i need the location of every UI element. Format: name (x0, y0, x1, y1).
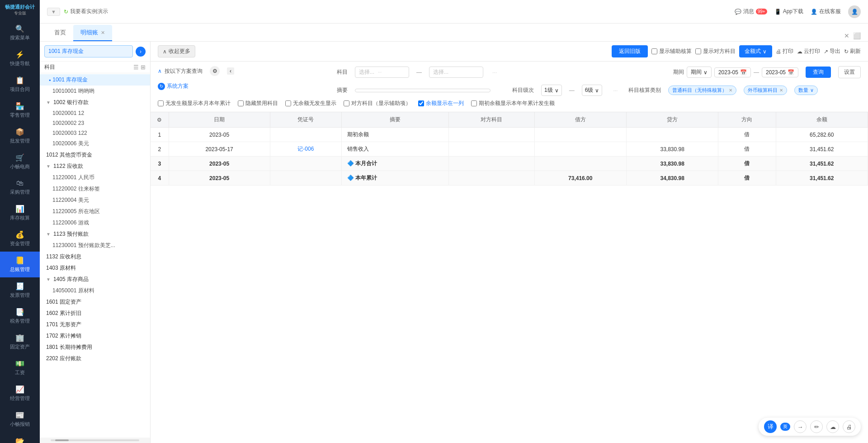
tree-node-11220002[interactable]: 11220002 往来标签 (40, 183, 150, 195)
tree-expand-btn[interactable]: ⊞ (141, 64, 146, 71)
subject-from-input[interactable]: 选择... ··· (355, 67, 409, 78)
table-row[interactable]: 42023-05🔷 本年累计73,416.0034,830.98借31,451.… (151, 171, 868, 186)
tree-node-1701[interactable]: 1701 无形资产 (40, 319, 150, 330)
tree-node-11220001[interactable]: 11220001 人民币 (40, 172, 150, 183)
bottom-icon-3[interactable]: ☁ (826, 420, 839, 433)
system-scheme-btn[interactable]: ↻ 系统方案 (158, 82, 189, 90)
account-selector[interactable]: 1001 库存现金 (44, 45, 133, 57)
filter-settings-icon[interactable]: ⚙ (210, 66, 220, 76)
sidebar-item-search[interactable]: 🔍 搜索菜单 (0, 20, 40, 46)
tab-close-btn[interactable]: ✕ (101, 30, 105, 36)
tree-node-1132[interactable]: 1132 应收利息 (40, 251, 150, 262)
checkbox-hide-disabled[interactable]: 隐藏禁用科目 (238, 100, 278, 107)
tree-node-11220005[interactable]: 11220005 所在地区 (40, 206, 150, 217)
tab-home[interactable]: 首页 (47, 25, 73, 41)
tab-ledger-detail[interactable]: 明细账 ✕ (73, 25, 112, 41)
tree-node-1012[interactable]: 1012 其他货币资金 (40, 149, 150, 161)
tree-node-1001[interactable]: ▪ 1001 库存现金 (40, 74, 150, 86)
sidebar-item-salary[interactable]: 💵 工资 (0, 355, 40, 381)
export-btn[interactable]: ↗ 导出 (824, 48, 840, 55)
avatar[interactable]: 👤 (848, 5, 861, 18)
sidebar-item-basic[interactable]: 📂 基础信息 (0, 432, 40, 443)
sidebar-item-ecommerce[interactable]: 🛒 小畅电商 (0, 149, 40, 175)
period-from-date[interactable]: 2023-05 📅 (714, 67, 751, 77)
no-balance-checkbox[interactable] (285, 100, 291, 106)
online-service-btn[interactable]: 👤 在线客服 (811, 8, 841, 15)
opposite-checkbox[interactable] (695, 48, 701, 54)
sidebar-item-report[interactable]: 📰 小畅报销 (0, 406, 40, 432)
sidebar-item-quick-nav[interactable]: ⚡ 快捷导航 (0, 46, 40, 71)
window-maximize-btn[interactable]: ⬜ (853, 32, 861, 39)
checkbox-balance-one-col[interactable]: 余额显示在一列 (418, 100, 464, 107)
setting-btn[interactable]: 设置 (838, 66, 861, 78)
checkbox-period-balance[interactable]: 期初余额显示本年年累计发生额 (471, 100, 555, 107)
level-to-select[interactable]: 6级 ∨ (582, 85, 603, 96)
table-row[interactable]: 12023-05期初余额借65,282.60 (151, 128, 868, 142)
sidebar-item-ledger[interactable]: 📒 总账管理 (0, 252, 40, 277)
quantity-tag[interactable]: 数量 ∨ (794, 86, 818, 95)
bottom-icon-1[interactable]: → (794, 420, 807, 433)
sidebar-item-retail[interactable]: 🏪 零售管理 (0, 97, 40, 123)
tree-node-1702[interactable]: 1702 累计摊销 (40, 330, 150, 342)
checkbox-no-activity[interactable]: 无发生额显示本月本年累计 (158, 100, 231, 107)
tree-node-1602[interactable]: 1602 累计折旧 (40, 308, 150, 319)
tree-node-11230001[interactable]: 11230001 预付账款美芝... (40, 240, 150, 251)
topbar-demo[interactable]: ↻ 我要看实例演示 (64, 8, 108, 15)
level-from-select[interactable]: 1级 ∨ (541, 85, 562, 96)
tree-node-1123[interactable]: ▼ 1123 预付账款 (40, 229, 150, 240)
view-type-dropdown[interactable]: 金额式 ∨ (739, 45, 772, 57)
tree-node-10020003[interactable]: 10020003 122 (40, 128, 150, 138)
settings-col-header[interactable]: ⚙ (151, 112, 169, 128)
tree-node-14050001[interactable]: 14050001 原材料 (40, 285, 150, 296)
tree-scrollbar[interactable] (40, 438, 150, 443)
period-balance-checkbox[interactable] (471, 100, 477, 106)
tree-node-11220004[interactable]: 11220004 美元 (40, 195, 150, 206)
tree-node-1801[interactable]: 1801 长期待摊费用 (40, 342, 150, 353)
voucher-link[interactable]: 记-006 (297, 146, 314, 152)
table-gear-icon[interactable]: ⚙ (157, 117, 162, 123)
tree-node-10010001[interactable]: 10010001 哟哟哟 (40, 86, 150, 97)
tree-node-1403[interactable]: 1403 原材料 (40, 262, 150, 274)
no-activity-checkbox[interactable] (158, 100, 164, 106)
subject-to-input[interactable]: 选择... (429, 67, 483, 78)
tree-node-10020002[interactable]: 10020002 23 (40, 118, 150, 128)
sidebar-item-invoice[interactable]: 🧾 发票管理 (0, 277, 40, 303)
app-download-btn[interactable]: 📱 App下载 (774, 8, 803, 15)
sidebar-item-assets[interactable]: 🏢 固定资产 (0, 329, 40, 355)
query-type-toggle[interactable]: ∧ 按以下方案查询 (158, 67, 203, 75)
cloud-print-btn[interactable]: ☁ 云打印 (797, 48, 820, 55)
sidebar-item-purchase[interactable]: 🛍 采购管理 (0, 175, 40, 200)
tree-node-10020001[interactable]: 10020001 12 (40, 108, 150, 118)
account-nav-btn[interactable]: › (136, 47, 146, 57)
tree-node-1601[interactable]: 1601 固定资产 (40, 296, 150, 308)
normal-subject-tag[interactable]: 普通科目（无特殊核算） ✕ (668, 86, 736, 95)
tree-node-1002[interactable]: ▼ 1002 银行存款 (40, 97, 150, 108)
message-btn[interactable]: 💬 消息 99+ (735, 8, 767, 15)
normal-tag-remove[interactable]: ✕ (729, 88, 732, 93)
tree-node-2202[interactable]: 2202 应付账款 (40, 353, 150, 364)
period-type-select[interactable]: 期间 ∨ (687, 67, 712, 78)
checkbox-no-balance[interactable]: 无余额无发生显示 (285, 100, 336, 107)
tree-node-1122[interactable]: ▼ 1122 应收款 (40, 161, 150, 172)
bottom-icon-2[interactable]: ✏ (810, 420, 823, 433)
table-row[interactable]: 22023-05-17记-006销售收入33,830.98借31,451.62 (151, 142, 868, 157)
foreign-tag-remove[interactable]: ✕ (779, 88, 783, 93)
checkbox-opposite[interactable]: 对方科目（显示辅助项） (344, 100, 411, 107)
sidebar-item-operations[interactable]: 📈 经营管理 (0, 381, 40, 406)
show-opposite-check[interactable]: 显示对方科目 (695, 48, 736, 55)
lang-btn[interactable]: 英 (780, 423, 790, 431)
query-btn[interactable]: 查询 (806, 67, 831, 78)
tree-node-11220006[interactable]: 11220006 游戏 (40, 217, 150, 229)
sidebar-item-inventory[interactable]: 📊 库存核算 (0, 200, 40, 226)
tree-list-view-btn[interactable]: ☰ (133, 64, 139, 71)
print-btn[interactable]: 🖨 打印 (776, 48, 793, 55)
sidebar-item-finance[interactable]: 💰 资金管理 (0, 226, 40, 252)
expand-more-btn[interactable]: ∧ 收起更多 (158, 45, 195, 57)
period-to-date[interactable]: 2023-05 📅 (762, 67, 798, 77)
return-old-btn[interactable]: 返回旧版 (612, 45, 648, 57)
summary-input[interactable] (355, 89, 491, 92)
helper-checkbox[interactable] (651, 48, 657, 54)
bottom-icon-4[interactable]: 🖨 (843, 420, 855, 433)
show-helper-check[interactable]: 显示辅助核算 (651, 48, 692, 55)
bottom-translate-btn[interactable]: 译 (764, 420, 777, 433)
